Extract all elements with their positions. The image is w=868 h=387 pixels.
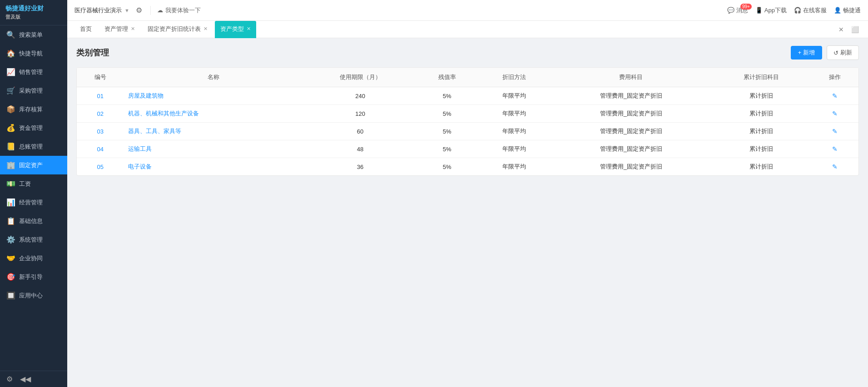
online-service-button[interactable]: 🎧 在线客服 <box>794 6 827 15</box>
table-cell: 60 <box>303 123 417 140</box>
refresh-icon: ↺ <box>833 50 838 56</box>
sidebar-item-enterprise[interactable]: 🤝企业协同 <box>0 249 67 268</box>
sidebar-item-search[interactable]: 🔍搜索菜单 <box>0 25 67 44</box>
table-cell: 管理费用_固定资产折旧 <box>551 123 712 140</box>
company-dropdown-icon: ▼ <box>124 8 129 13</box>
user-menu[interactable]: 👤 畅捷通 <box>834 6 861 15</box>
user-icon: 👤 <box>834 7 841 14</box>
sidebar-item-quick-nav[interactable]: 🏠快捷导航 <box>0 44 67 63</box>
sidebar-logo: 畅捷通好业财 普及版 <box>0 0 67 25</box>
company-selector[interactable]: 医疗器械行业演示 ▼ <box>74 6 129 15</box>
header-gear-icon[interactable]: ⚙ <box>134 4 144 16</box>
table-cell: 5% <box>417 123 477 140</box>
table-cell: 02 <box>77 105 124 123</box>
message-button[interactable]: 💬 消息 99+ <box>727 6 748 15</box>
sidebar-item-label: 经营管理 <box>19 198 43 207</box>
header-right: 💬 消息 99+ 📱 App下载 🎧 在线客服 👤 畅捷通 <box>727 6 861 15</box>
collapse-icon[interactable]: ◀◀ <box>20 375 31 383</box>
logo-sub: 普及版 <box>5 14 62 20</box>
maximize-window-icon[interactable]: ⬜ <box>849 25 861 34</box>
close-window-icon[interactable]: ✕ <box>837 25 846 34</box>
ledger-icon: 📒 <box>6 142 15 151</box>
table-row: 02机器、机械和其他生产设备1205%年限平均管理费用_固定资产折旧累计折旧✎ <box>77 105 858 123</box>
table-cell: 年限平均 <box>477 87 551 105</box>
sidebar-item-label: 新手引导 <box>19 273 43 281</box>
sidebar-item-system[interactable]: ⚙️系统管理 <box>0 230 67 249</box>
category-table: 编号名称使用期限（月）残值率折旧方法费用科目累计折旧科目操作 01房屋及建筑物2… <box>77 68 858 175</box>
tab-depreciation-stats[interactable]: 固定资产折旧统计表✕ <box>142 21 213 38</box>
sidebar-item-guide[interactable]: 🎯新手引导 <box>0 268 67 286</box>
table-header-row: 编号名称使用期限（月）残值率折旧方法费用科目累计折旧科目操作 <box>77 68 858 87</box>
table-cell: 管理费用_固定资产折旧 <box>551 87 712 105</box>
table-cell: 05 <box>77 158 124 176</box>
table-cell: 器具、工具、家具等 <box>124 123 303 140</box>
company-name: 医疗器械行业演示 <box>74 6 122 15</box>
main-area: 医疗器械行业演示 ▼ ⚙ ☁ 我要体验一下 💬 消息 99+ 📱 App下载 🎧… <box>67 0 868 387</box>
table-column-header: 操作 <box>812 68 859 87</box>
sidebar-item-operation[interactable]: 📊经营管理 <box>0 193 67 212</box>
edit-icon[interactable]: ✎ <box>812 123 859 140</box>
online-service-label: 在线客服 <box>803 6 827 15</box>
settings-icon[interactable]: ⚙ <box>6 375 13 383</box>
sidebar-item-app-center[interactable]: 🔲应用中心 <box>0 286 67 305</box>
quick-nav-icon: 🏠 <box>6 49 15 58</box>
table-row: 05电子设备365%年限平均管理费用_固定资产折旧累计折旧✎ <box>77 158 858 176</box>
fixed-assets-icon: 🏢 <box>6 161 15 169</box>
table-cell: 5% <box>417 158 477 176</box>
tab-close-icon[interactable]: ✕ <box>131 26 135 32</box>
table-cell: 240 <box>303 87 417 105</box>
tab-asset-mgmt[interactable]: 资产管理✕ <box>99 21 140 38</box>
new-button[interactable]: + 新增 <box>791 46 822 60</box>
table-cell: 03 <box>77 123 124 140</box>
tab-label: 资产类型 <box>220 25 244 33</box>
refresh-button[interactable]: ↺ 刷新 <box>827 45 859 60</box>
sidebar-item-salary[interactable]: 💵工资 <box>0 174 67 193</box>
table-cell: 累计折旧 <box>711 123 811 140</box>
operation-icon: 📊 <box>6 198 15 207</box>
tab-home[interactable]: 首页 <box>74 21 97 38</box>
app-download-label: App下载 <box>764 6 787 15</box>
tab-asset-type[interactable]: 资产类型✕ <box>215 21 256 38</box>
table-column-header: 折旧方法 <box>477 68 551 87</box>
sidebar-item-label: 销售管理 <box>19 68 43 76</box>
table-cell: 120 <box>303 105 417 123</box>
edit-icon[interactable]: ✎ <box>812 158 859 176</box>
tabs-bar: 首页资产管理✕固定资产折旧统计表✕资产类型✕ ✕ ⬜ <box>67 21 868 38</box>
sidebar-item-funds[interactable]: 💰资金管理 <box>0 119 67 137</box>
table-row: 04运输工具485%年限平均管理费用_固定资产折旧累计折旧✎ <box>77 140 858 158</box>
table-cell: 36 <box>303 158 417 176</box>
table-cell: 机器、机械和其他生产设备 <box>124 105 303 123</box>
table-cell: 管理费用_固定资产折旧 <box>551 158 712 176</box>
app-download-button[interactable]: 📱 App下载 <box>755 6 787 15</box>
sidebar-item-sales[interactable]: 📈销售管理 <box>0 63 67 81</box>
tab-label: 固定资产折旧统计表 <box>148 25 201 33</box>
table-cell: 累计折旧 <box>711 105 811 123</box>
table-cell: 房屋及建筑物 <box>124 87 303 105</box>
edit-icon[interactable]: ✎ <box>812 140 859 158</box>
sidebar-item-inventory[interactable]: 📦库存核算 <box>0 100 67 119</box>
system-icon: ⚙️ <box>6 235 15 244</box>
sidebar-item-fixed-assets[interactable]: 🏢固定资产 <box>0 156 67 174</box>
inventory-icon: 📦 <box>6 105 15 114</box>
edit-icon[interactable]: ✎ <box>812 105 859 123</box>
edit-icon[interactable]: ✎ <box>812 87 859 105</box>
sidebar-item-label: 库存核算 <box>19 105 43 114</box>
basic-info-icon: 📋 <box>6 217 15 225</box>
table-cell: 04 <box>77 140 124 158</box>
sidebar-item-label: 固定资产 <box>19 161 43 169</box>
tab-close-icon[interactable]: ✕ <box>247 26 251 32</box>
salary-icon: 💵 <box>6 179 15 188</box>
table-row: 03器具、工具、家具等605%年限平均管理费用_固定资产折旧累计折旧✎ <box>77 123 858 140</box>
page-title: 类别管理 <box>76 47 109 58</box>
table-cell: 累计折旧 <box>711 140 811 158</box>
logo-main: 畅捷通好业财 <box>5 5 62 13</box>
table-cell: 累计折旧 <box>711 158 811 176</box>
message-icon: 💬 <box>727 7 734 14</box>
sidebar-item-purchase[interactable]: 🛒采购管理 <box>0 81 67 100</box>
sidebar-item-ledger[interactable]: 📒总账管理 <box>0 137 67 156</box>
table-cell: 管理费用_固定资产折旧 <box>551 140 712 158</box>
tab-close-icon[interactable]: ✕ <box>203 26 208 32</box>
sidebar-item-basic-info[interactable]: 📋基础信息 <box>0 212 67 230</box>
experience-button[interactable]: ☁ 我要体验一下 <box>157 6 201 15</box>
user-label: 畅捷通 <box>843 6 861 15</box>
